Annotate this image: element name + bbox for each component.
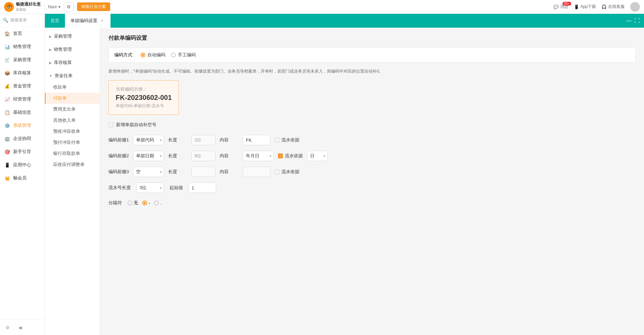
serial-basis-1[interactable]: 流水依据 [275,137,299,143]
separator-options: 无 - . [127,200,162,206]
sec-item-receivable-adjust[interactable]: 应收应付调整单 [45,159,100,170]
sidebar-item-purchase[interactable]: 🛒 采购管理 [0,53,45,66]
app-icon: 📱 [574,4,579,9]
page-content: 付款单编码设置 编码方式 自动编码 手工编码 [100,28,644,335]
divider [44,3,45,10]
code-example-label-text: 当前编码示例： [116,86,172,92]
sidebar-search[interactable]: 🔍 搜索菜单 [0,14,45,27]
prefix3-select[interactable]: 空 ▾ [133,167,164,177]
sec-item-bank-deposit[interactable]: 银行存取款单 [45,148,100,159]
sidebar-item-appcenter[interactable]: 📱 应用中心 [0,158,45,171]
page-title: 付款单编码设置 [108,35,636,42]
auto-fill-checkbox[interactable] [108,122,113,127]
sec-item-advance-pay[interactable]: 预付冲应付单 [45,137,100,148]
start-value-input[interactable] [189,183,216,193]
sec-group-purchase-title[interactable]: ▶ 采购管理 [45,30,100,42]
chevron-right-icon: ▶ [49,35,52,38]
sec-group-sales-title[interactable]: ▶ 销售管理 [45,44,100,55]
sidebar-item-inventory[interactable]: 📦 库存核算 [0,66,45,80]
top-bar-right: 💬 消息 99+ 📱 App下载 🎧 在线客服 [554,2,640,12]
company-name: Nare [48,4,57,9]
settings-icon[interactable]: ⚙ [64,2,74,12]
sec-item-advance-collect[interactable]: 预收冲应收单 [45,126,100,137]
online-service-button[interactable]: 🎧 在线客服 [602,4,625,10]
message-badge: 99+ [563,2,571,6]
sep-dash-radio[interactable] [142,201,147,205]
sidebar-item-enterprise[interactable]: 🏢 企业协同 [0,132,45,145]
sep-dash[interactable]: - [142,201,150,206]
serial-row: 流水号长度 3位 ▾ 起始值 [108,183,636,193]
sec-item-label: 预付冲应付单 [53,140,80,145]
sec-item-receipt[interactable]: 收款单 [45,82,100,93]
sidebar-item-finance[interactable]: 💰 资金管理 [0,80,45,93]
sep-dot[interactable]: . [154,201,162,206]
sidebar-bottom: ⚙ ◀ [0,319,45,335]
newguide-icon: 🎯 [4,149,10,155]
brand: 🐯 畅捷通好生意 旗舰版 [4,1,41,12]
form-row-1: 编码前缀1 单据代码 ▾ 长度 内容 流水依据 [108,135,636,145]
collapse-icon[interactable]: ◀ [15,323,25,332]
content-wrapper: ▶ 采购管理 ▶ 销售管理 ▶ 库存核算 [45,28,644,335]
serial-label-2: 流水依据 [285,153,303,159]
auto-encode-option[interactable]: 自动编码 [141,52,165,58]
chevron-down-icon: ▾ [160,186,162,190]
sidebar-item-sales[interactable]: 📊 销售管理 [0,40,45,53]
app-download-button[interactable]: 📱 App下载 [574,4,596,10]
prefix1-select[interactable]: 单据代码 ▾ [133,135,164,145]
length2-input[interactable] [191,151,215,161]
member-icon: 👑 [4,175,10,181]
serial-checkbox-1[interactable] [275,138,279,142]
tab-close-icon[interactable]: × [99,18,105,24]
prefix2-select[interactable]: 单据日期 ▾ [133,151,164,161]
sidebar-item-basic[interactable]: 📋 基础信息 [0,106,45,119]
sidebar-item-system[interactable]: ⚙️ 系统管理 [0,119,45,132]
user-avatar[interactable] [630,2,640,12]
serial-length-label: 流水号长度 [108,185,131,191]
message-button[interactable]: 💬 消息 99+ [554,4,568,10]
length1-label: 长度 [168,137,187,143]
sec-item-other-income[interactable]: 其他收入单 [45,115,100,126]
sec-group-label: 库存核算 [54,59,72,66]
tab-settings[interactable]: 单据编码设置 × [65,14,110,28]
sec-group-label: 采购管理 [54,33,72,39]
sec-item-expense[interactable]: 费用支出单 [45,104,100,115]
home-icon: 🏠 [4,30,10,37]
search-label: 搜索菜单 [10,17,27,23]
sep-none-label: 无 [134,200,138,206]
chevron-down-icon: ▾ [160,170,162,174]
code-example-sub: 单据代码-单据日期-流水号 [116,103,172,109]
message-icon: 💬 [554,4,559,9]
sec-group-funds-title[interactable]: ▼ 资金往来 [45,70,100,82]
serial-checkbox-3[interactable] [275,169,279,174]
sep-dot-radio[interactable] [154,201,159,205]
company-dropdown[interactable]: Nare ▾ [48,4,60,9]
serial-length-select[interactable]: 3位 ▾ [136,183,164,193]
sec-group-inventory-title[interactable]: ▶ 库存核算 [45,57,100,68]
auto-encode-radio[interactable] [141,53,145,57]
serial-length-value: 3位 [140,185,146,191]
sep-none[interactable]: 无 [127,200,138,206]
manual-encode-option[interactable]: 手工编码 [171,52,196,58]
sec-item-payment[interactable]: 付款单 [45,93,100,104]
serial-basis-2[interactable]: ✓ 流水依据 [278,153,303,159]
sidebar-item-home[interactable]: 🏠 首页 [0,27,45,40]
serial-basis-3[interactable]: 流水依据 [275,169,299,175]
content1-input[interactable] [243,135,270,145]
experience-button[interactable]: 体验行业方案 [77,2,110,11]
settings-bottom-icon[interactable]: ⚙ [3,323,12,332]
sidebar-item-member[interactable]: 👑 畅会员 [0,171,45,185]
length1-input [191,135,215,145]
serial-checkbox-2-checked[interactable]: ✓ [278,153,283,158]
content2-select[interactable]: 年月日 ▾ [243,151,274,161]
sep-none-radio[interactable] [127,201,132,205]
day-select[interactable]: 日 ▾ [307,151,328,161]
manual-encode-radio[interactable] [171,53,176,57]
length3-input[interactable] [191,167,215,177]
top-bar-left: 🐯 畅捷通好生意 旗舰版 Nare ▾ ⚙ 体验行业方案 [4,1,110,12]
tab-home[interactable]: 首页 [45,14,65,28]
content3-input[interactable] [243,167,270,177]
minimize-icon[interactable]: — [626,18,632,24]
sidebar-item-newguide[interactable]: 🎯 新手引导 [0,145,45,158]
sidebar-item-business[interactable]: 📈 经营管理 [0,93,45,106]
expand-icon[interactable]: ⛶ [634,18,640,24]
